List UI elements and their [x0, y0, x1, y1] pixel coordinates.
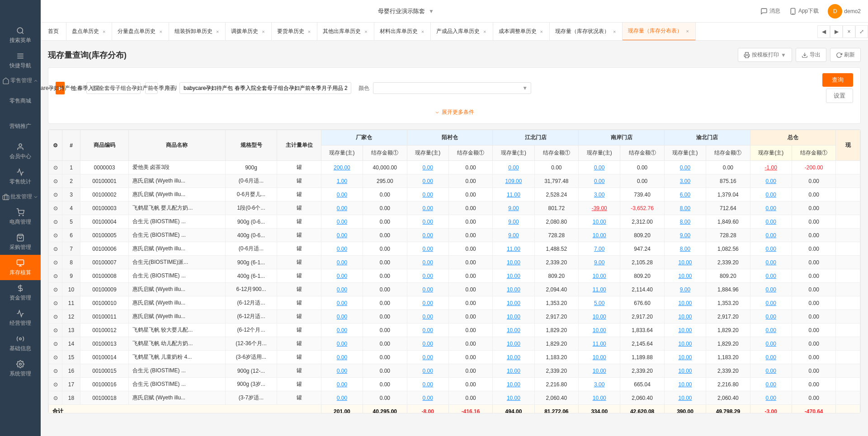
row-w3-qty[interactable]: 10.00 — [493, 351, 534, 364]
row-w1-qty[interactable]: 0.00 — [321, 242, 363, 256]
goods-input[interactable] — [179, 82, 351, 94]
row-w3-qty[interactable]: 10.00 — [493, 391, 534, 405]
app-download-btn[interactable]: App下载 — [789, 7, 819, 15]
row-w4-qty[interactable]: 11.00 — [579, 337, 620, 351]
tab-2[interactable]: 分量盘点单历史 × — [112, 23, 169, 41]
tab-7-close[interactable]: × — [420, 28, 425, 35]
row-w1-qty[interactable]: 0.00 — [321, 229, 363, 242]
row-wt-qty[interactable]: 0.00 — [750, 256, 792, 269]
row-wt-qty[interactable]: 0.00 — [750, 215, 792, 229]
row-w3-qty[interactable]: 11.00 — [493, 188, 534, 202]
row-w5-qty[interactable]: 10.00 — [664, 296, 706, 310]
row-w5-qty[interactable]: 0.00 — [664, 161, 706, 174]
row-wt-qty[interactable]: 0.00 — [750, 283, 792, 296]
row-w2-qty[interactable]: 0.00 — [407, 351, 448, 364]
row-w3-qty[interactable]: 0.00 — [493, 161, 534, 174]
row-w5-qty[interactable]: 10.00 — [664, 391, 706, 405]
row-w5-qty[interactable]: 8.00 — [664, 242, 706, 256]
sidebar-item-quicknav[interactable]: 快捷导航 — [0, 48, 41, 73]
sidebar-item-member[interactable]: 会员中心 — [0, 139, 41, 164]
nav-expand-btn[interactable]: ⤢ — [855, 25, 868, 38]
row-setting[interactable]: ⊙ — [49, 323, 62, 337]
row-w2-qty[interactable]: 0.00 — [407, 378, 448, 391]
row-setting[interactable]: ⊙ — [49, 242, 62, 256]
row-w2-qty[interactable]: 0.00 — [407, 283, 448, 296]
tab-10[interactable]: 现存量（库存状况表） × — [550, 23, 623, 41]
tab-1-close[interactable]: × — [102, 28, 106, 35]
sidebar-item-retail[interactable]: 零售管理 — [0, 73, 41, 88]
row-w4-qty[interactable]: 10.00 — [579, 229, 620, 242]
row-w3-qty[interactable]: 9.00 — [493, 229, 534, 242]
workspace-selector[interactable]: 母婴行业演示陈套 ▼ — [378, 7, 434, 15]
row-w1-qty[interactable]: 0.00 — [321, 215, 363, 229]
row-wt-qty[interactable]: 0.00 — [750, 242, 792, 256]
row-w1-qty[interactable]: 0.00 — [321, 391, 363, 405]
row-wt-qty[interactable]: 0.00 — [750, 323, 792, 337]
row-wt-qty[interactable]: 0.00 — [750, 351, 792, 364]
row-w4-qty[interactable]: 10.00 — [579, 351, 620, 364]
row-w4-qty[interactable]: 3.00 — [579, 378, 620, 391]
row-w5-qty[interactable]: 10.00 — [664, 378, 706, 391]
row-w4-qty[interactable]: 0.00 — [579, 161, 620, 174]
row-w2-qty[interactable]: 0.00 — [407, 174, 448, 188]
row-w5-qty[interactable]: 8.00 — [664, 215, 706, 229]
row-w2-qty[interactable]: 0.00 — [407, 242, 448, 256]
print-btn[interactable]: 按模板打印 ▼ — [738, 48, 792, 62]
row-w5-qty[interactable]: 6.00 — [664, 188, 706, 202]
row-wt-qty[interactable]: 0.00 — [750, 188, 792, 202]
tab-11[interactable]: 现存量（库存分布表） × — [623, 23, 695, 41]
row-wt-qty[interactable]: 0.00 — [750, 337, 792, 351]
row-w4-qty[interactable]: 10.00 — [579, 269, 620, 283]
tab-8[interactable]: 产成品入库单历史 × — [431, 23, 493, 41]
row-setting[interactable]: ⊙ — [49, 161, 62, 174]
row-w4-qty[interactable]: 7.00 — [579, 242, 620, 256]
tab-4-close[interactable]: × — [261, 28, 265, 35]
user-profile[interactable]: D demo2 — [828, 4, 861, 19]
row-w1-qty[interactable]: 0.00 — [321, 310, 363, 323]
row-wt-qty[interactable]: 0.00 — [750, 174, 792, 188]
row-w2-qty[interactable]: 0.00 — [407, 391, 448, 405]
tab-4[interactable]: 调拨单历史 × — [226, 23, 271, 41]
row-w1-qty[interactable]: 1.00 — [321, 174, 363, 188]
sidebar-item-basic[interactable]: 基础信息 — [0, 331, 41, 356]
row-w5-qty[interactable]: 10.00 — [664, 337, 706, 351]
expand-conditions-btn[interactable]: 展开更多条件 — [431, 107, 478, 118]
row-w5-qty[interactable]: 10.00 — [664, 256, 706, 269]
tab-home[interactable]: 首页 — [41, 23, 66, 41]
row-w4-qty[interactable]: 0.00 — [579, 174, 620, 188]
sidebar-item-operations[interactable]: 经营管理 — [0, 305, 41, 331]
tab-3[interactable]: 组装拆卸单历史 × — [169, 23, 226, 41]
row-setting[interactable]: ⊙ — [49, 310, 62, 323]
row-w2-qty[interactable]: 0.00 — [407, 161, 448, 174]
row-wt-qty[interactable]: -1.00 — [750, 161, 792, 174]
nav-right-btn[interactable]: ▶ — [830, 25, 843, 38]
row-w2-qty[interactable]: 0.00 — [407, 229, 448, 242]
sidebar-item-marketing[interactable]: 营销推广 — [0, 113, 41, 139]
row-w4-qty[interactable]: -39.00 — [579, 202, 620, 215]
row-wt-qty[interactable]: 0.00 — [750, 269, 792, 283]
row-w2-qty[interactable]: 0.00 — [407, 296, 448, 310]
row-w5-qty[interactable]: 10.00 — [664, 364, 706, 378]
row-setting[interactable]: ⊙ — [49, 188, 62, 202]
row-w5-qty[interactable]: 9.00 — [664, 283, 706, 296]
tab-10-close[interactable]: × — [612, 28, 617, 35]
row-w4-qty[interactable]: 10.00 — [579, 215, 620, 229]
row-w3-qty[interactable]: 11.00 — [493, 242, 534, 256]
row-w4-qty[interactable]: 10.00 — [579, 364, 620, 378]
table-scroll[interactable]: ⚙ # 商品编码 商品名称 规格型号 主计量单位 厂家仓 陌村仓 江北门店 南岸… — [48, 130, 860, 413]
row-w2-qty[interactable]: 0.00 — [407, 337, 448, 351]
row-w1-qty[interactable]: 0.00 — [321, 351, 363, 364]
row-w2-qty[interactable]: 0.00 — [407, 269, 448, 283]
row-w3-qty[interactable]: 10.00 — [493, 323, 534, 337]
tab-6[interactable]: 其他出库单历史 × — [317, 23, 374, 41]
tab-8-close[interactable]: × — [482, 28, 487, 35]
row-wt-qty[interactable]: 0.00 — [750, 296, 792, 310]
row-w1-qty[interactable]: 0.00 — [321, 323, 363, 337]
tab-1[interactable]: 盘点单历史 × — [66, 23, 112, 41]
row-w5-qty[interactable]: 10.00 — [664, 310, 706, 323]
section-toggle-btn[interactable]: ▶ — [56, 82, 65, 94]
row-w2-qty[interactable]: 0.00 — [407, 256, 448, 269]
sidebar-item-purchase[interactable]: 采购管理 — [0, 230, 41, 255]
row-w2-qty[interactable]: 0.00 — [407, 310, 448, 323]
row-setting[interactable]: ⊙ — [49, 337, 62, 351]
